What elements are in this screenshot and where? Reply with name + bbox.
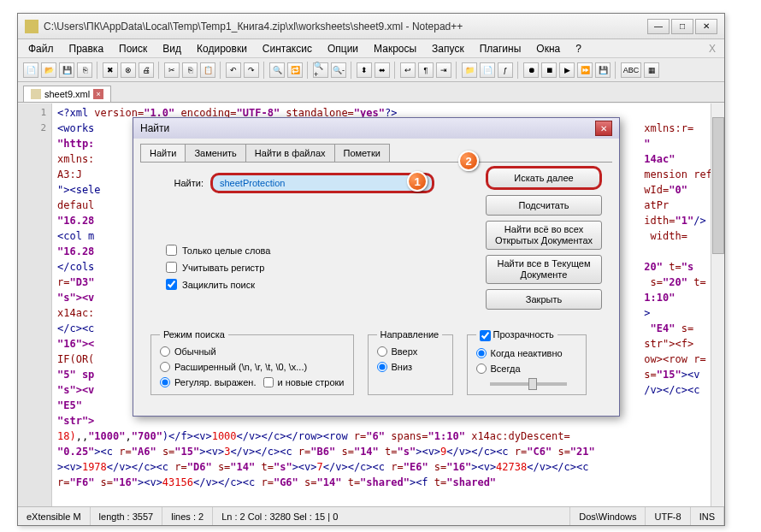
print-icon[interactable]: 🖨 — [139, 62, 154, 78]
status-pos: Ln : 2 Col : 3280 Sel : 15 | 0 — [213, 507, 570, 525]
cut-icon[interactable]: ✂ — [164, 62, 180, 78]
mode-regex[interactable]: Регуляр. выражен. и новые строки — [160, 377, 345, 387]
stop-icon[interactable]: ⏹ — [541, 62, 557, 78]
count-button[interactable]: Подсчитать — [486, 195, 602, 216]
minimize-button[interactable]: — — [647, 19, 670, 34]
sync-v-icon[interactable]: ⬍ — [357, 62, 372, 78]
saveall-icon[interactable]: ⎘ — [77, 62, 92, 78]
match-case-checkbox[interactable] — [166, 262, 177, 273]
new-icon[interactable]: 📄 — [23, 62, 38, 78]
trans-always-radio[interactable] — [476, 364, 487, 374]
line-gutter: 1 2 — [18, 103, 52, 506]
save-icon[interactable]: 💾 — [59, 62, 74, 78]
file-tab-close-icon[interactable]: × — [93, 89, 103, 99]
close-button[interactable]: ✕ — [695, 19, 717, 34]
menubar: Файл Правка Поиск Вид Кодировки Синтакси… — [18, 39, 724, 58]
menu-edit[interactable]: Правка — [62, 41, 111, 56]
menu-options[interactable]: Опции — [321, 41, 365, 56]
record-icon[interactable]: ⏺ — [523, 62, 539, 78]
wrap-checkbox[interactable] — [166, 279, 177, 290]
tabbar: sheet9.xml × — [18, 82, 724, 103]
dialog-close-button[interactable]: ✕ — [595, 121, 612, 136]
tab-replace[interactable]: Заменить — [185, 144, 245, 162]
find-input[interactable] — [210, 173, 434, 193]
find-icon[interactable]: 🔍 — [269, 62, 285, 78]
dialog-tabs: Найти Заменить Найти в файлах Пометки — [133, 139, 619, 162]
zoomin-icon[interactable]: 🔍+ — [313, 62, 328, 78]
find-next-button[interactable]: Искать далее — [486, 166, 602, 190]
opt-wrap[interactable]: Зациклить поиск — [166, 279, 270, 290]
close-button[interactable]: Закрыть — [486, 289, 602, 310]
funclist-icon[interactable]: ƒ — [498, 62, 513, 78]
opt-match-case[interactable]: Учитывать регистр — [166, 262, 270, 273]
opt-whole-words[interactable]: Только целые слова — [166, 245, 270, 256]
savemacro-icon[interactable]: 💾 — [595, 62, 611, 78]
redo-icon[interactable]: ↷ — [244, 62, 259, 78]
dir-down[interactable]: Вниз — [377, 362, 444, 372]
trans-always[interactable]: Всегда — [476, 364, 577, 374]
tab-find[interactable]: Найти — [140, 144, 186, 162]
replace-icon[interactable]: 🔁 — [287, 62, 303, 78]
dir-up[interactable]: Вверх — [377, 346, 444, 357]
transparency-legend[interactable]: Прозрачность — [476, 329, 557, 341]
tab-marks[interactable]: Пометки — [334, 144, 390, 162]
allchars-icon[interactable]: ¶ — [418, 62, 434, 78]
maximize-button[interactable]: □ — [671, 19, 693, 34]
mode-extended[interactable]: Расширенный (\n, \r, \t, \0, \x...) — [160, 362, 345, 372]
trans-inactive[interactable]: Когда неактивно — [476, 348, 577, 358]
menu-run[interactable]: Запуск — [425, 41, 471, 56]
tab-findfiles[interactable]: Найти в файлах — [245, 144, 335, 162]
wordwrap-icon[interactable]: ↩ — [400, 62, 416, 78]
mode-regex-radio[interactable] — [160, 377, 170, 387]
copy-icon[interactable]: ⎘ — [182, 62, 198, 78]
zoomout-icon[interactable]: 🔍- — [331, 62, 346, 78]
newlines-checkbox[interactable] — [263, 377, 274, 387]
menu-macros[interactable]: Макросы — [367, 41, 423, 56]
slider-thumb[interactable] — [528, 378, 537, 390]
play-icon[interactable]: ▶ — [559, 62, 575, 78]
dialog-body: Найти: ▼ 1 Искать далее 2 Подсчитать Най… — [140, 162, 612, 405]
open-icon[interactable]: 📂 — [41, 62, 56, 78]
spellcheck-icon[interactable]: ABC — [621, 62, 641, 78]
line-num: 1 — [18, 105, 46, 121]
playloop-icon[interactable]: ⏩ — [577, 62, 593, 78]
status-enc: UTF-8 — [646, 507, 690, 525]
transparency-checkbox[interactable] — [480, 330, 491, 341]
transparency-slider[interactable] — [490, 382, 567, 386]
find-all-open-button[interactable]: Найти всё во всех Открытых Документах — [486, 221, 602, 250]
menu-view[interactable]: Вид — [156, 41, 188, 56]
menu-file[interactable]: Файл — [21, 41, 61, 56]
menu-encoding[interactable]: Кодировки — [190, 41, 254, 56]
titlebar: C:\Users\ПК\AppData\Local\Temp\Temp1_Кни… — [18, 14, 724, 39]
search-mode-group: Режим поиска Обычный Расширенный (\n, \r… — [150, 329, 354, 395]
indent-icon[interactable]: ⇥ — [436, 62, 451, 78]
dir-up-radio[interactable] — [377, 346, 387, 357]
sync-h-icon[interactable]: ⬌ — [375, 62, 390, 78]
menu-help[interactable]: ? — [569, 41, 588, 56]
doc-icon[interactable]: 📄 — [480, 62, 495, 78]
title-text: C:\Users\ПК\AppData\Local\Temp\Temp1_Кни… — [44, 21, 647, 33]
scroll-thumb[interactable] — [712, 117, 724, 254]
docmap-icon[interactable]: ▦ — [644, 62, 659, 78]
folder-icon[interactable]: 📁 — [462, 62, 477, 78]
find-all-current-button[interactable]: Найти все в Текущем Документе — [486, 255, 602, 284]
menu-windows[interactable]: Окна — [529, 41, 567, 56]
close-icon[interactable]: ✖ — [103, 62, 118, 78]
menu-plugins[interactable]: Плагины — [473, 41, 528, 56]
undo-icon[interactable]: ↶ — [226, 62, 241, 78]
mode-extended-radio[interactable] — [160, 362, 170, 372]
mode-normal-radio[interactable] — [160, 346, 170, 357]
find-dialog: Найти ✕ Найти Заменить Найти в файлах По… — [133, 117, 620, 417]
vertical-scrollbar[interactable] — [711, 103, 724, 506]
app-icon — [25, 20, 38, 33]
trans-inactive-radio[interactable] — [476, 348, 487, 358]
menu-search[interactable]: Поиск — [112, 41, 154, 56]
menu-syntax[interactable]: Синтаксис — [256, 41, 319, 56]
whole-words-checkbox[interactable] — [166, 245, 177, 256]
mode-normal[interactable]: Обычный — [160, 346, 345, 357]
closeall-icon[interactable]: ⊗ — [121, 62, 136, 78]
dir-down-radio[interactable] — [377, 362, 387, 372]
menu-close-x[interactable]: X — [704, 43, 721, 55]
paste-icon[interactable]: 📋 — [200, 62, 215, 78]
file-tab[interactable]: sheet9.xml × — [23, 86, 111, 102]
